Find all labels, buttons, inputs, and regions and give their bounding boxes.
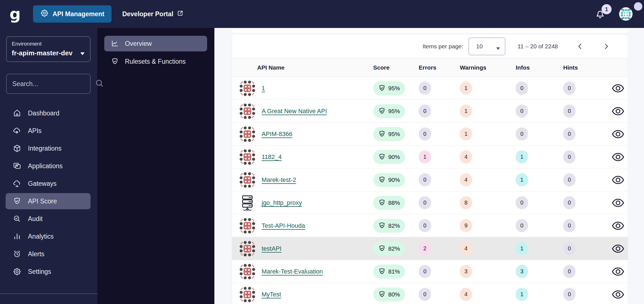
- search-input[interactable]: [12, 80, 95, 88]
- api-management-nav[interactable]: API Management: [33, 5, 112, 23]
- sidebar-item-alerts[interactable]: Alerts: [6, 246, 91, 262]
- warnings-count: 4: [460, 242, 516, 255]
- items-per-page-select[interactable]: 10: [468, 37, 505, 55]
- errors-count: 0: [419, 265, 460, 278]
- previous-page-button[interactable]: [576, 42, 584, 51]
- home-icon: [13, 109, 21, 117]
- table-row: jgo_http_proxy88%0800: [232, 191, 628, 214]
- line-chart-icon: [111, 40, 119, 48]
- subsidebar-item-rulesets-functions[interactable]: Rulesets & Functions: [104, 54, 207, 69]
- score-badge: 80%: [373, 288, 405, 301]
- api-name-link[interactable]: 1182_4: [262, 153, 282, 161]
- warnings-count: 1: [460, 82, 516, 95]
- eye-icon[interactable]: [612, 130, 624, 139]
- subsidebar-item-label: Overview: [125, 40, 152, 48]
- sidebar-item-label: API Score: [28, 198, 57, 205]
- gravitee-logo[interactable]: g: [10, 7, 20, 21]
- table-body: 195%0100A Great New Native API95%0100API…: [232, 77, 628, 304]
- warnings-count: 1: [460, 104, 516, 118]
- eye-icon[interactable]: [612, 153, 624, 162]
- app-root: g API Management Developer Portal 1 Envi…: [0, 0, 644, 304]
- score-badge: 90%: [373, 173, 405, 187]
- infos-count: 1: [516, 150, 563, 163]
- sidebar-item-applications[interactable]: Applications: [6, 158, 91, 174]
- search-check-icon: [13, 215, 21, 223]
- score-badge: 82%: [373, 219, 405, 233]
- cube-icon: [13, 144, 21, 153]
- api-name-link[interactable]: Marek-test-2: [262, 176, 296, 184]
- sidebar-item-api-score[interactable]: API Score: [6, 193, 91, 209]
- eye-icon[interactable]: [612, 175, 624, 184]
- api-name-link[interactable]: 1: [262, 85, 265, 92]
- next-page-button[interactable]: [602, 42, 610, 51]
- hints-count: 0: [563, 196, 608, 209]
- score-badge: 90%: [373, 150, 405, 164]
- eye-icon[interactable]: [612, 107, 624, 116]
- api-management-label: API Management: [53, 10, 104, 18]
- hints-count: 0: [563, 219, 608, 232]
- sidebar-item-integrations[interactable]: Integrations: [6, 140, 91, 156]
- pagination-range: 11 – 20 of 2248: [518, 43, 558, 50]
- score-badge: 95%: [373, 127, 405, 141]
- warnings-count: 4: [460, 150, 516, 163]
- table-row: MyTest80%0410: [232, 283, 628, 304]
- api-name-link[interactable]: testAPI: [262, 245, 281, 252]
- sidebar-item-label: Analytics: [28, 233, 54, 240]
- caret-down-icon: [496, 45, 500, 48]
- sidebar-item-label: Settings: [28, 268, 51, 276]
- api-name-link[interactable]: Test-API-Houda: [262, 222, 305, 229]
- infos-count: 0: [516, 104, 563, 118]
- sidebar-divider: [0, 293, 97, 294]
- sidebar-item-audit[interactable]: Audit: [6, 211, 91, 227]
- eye-icon[interactable]: [612, 290, 624, 299]
- table-row: APIM-836695%0100: [232, 123, 628, 146]
- table-header: API NameScoreErrorsWarningsInfosHints: [232, 58, 628, 77]
- subsidebar-item-overview[interactable]: Overview: [104, 36, 207, 51]
- notification-badge: 1: [602, 4, 612, 14]
- api-name-link[interactable]: MyTest: [262, 291, 281, 298]
- hints-count: 0: [563, 82, 608, 95]
- table-row: testAPI82%2410: [232, 237, 628, 260]
- developer-portal-link[interactable]: Developer Portal: [122, 10, 184, 18]
- sidebar-item-gateways[interactable]: Gateways: [6, 175, 91, 192]
- sidebar-item-apis[interactable]: APIs: [6, 123, 91, 139]
- eye-icon[interactable]: [612, 267, 624, 276]
- api-name-link[interactable]: APIM-8366: [262, 130, 292, 138]
- infos-count: 3: [516, 265, 563, 278]
- api-identicon: [239, 148, 256, 166]
- eye-icon[interactable]: [612, 221, 624, 230]
- bell-icon: [594, 15, 606, 20]
- main-content: Items per page: 10 11 – 20 of 2248 API N…: [214, 28, 644, 304]
- environment-select[interactable]: Environment fr-apim-master-dev: [6, 36, 91, 62]
- api-score-card: Items per page: 10 11 – 20 of 2248 API N…: [232, 34, 628, 304]
- sidebar-item-analytics[interactable]: Analytics: [6, 228, 91, 244]
- notifications-button[interactable]: 1: [594, 8, 606, 20]
- api-name-link[interactable]: A Great New Native API: [262, 108, 327, 115]
- developer-portal-label: Developer Portal: [122, 10, 173, 18]
- hints-count: 0: [563, 104, 608, 118]
- eye-icon[interactable]: [612, 198, 624, 207]
- secondary-sidebar: OverviewRulesets & Functions: [97, 28, 214, 304]
- caret-down-icon: [80, 51, 85, 55]
- eye-icon[interactable]: [612, 84, 624, 93]
- sidebar-item-label: Applications: [28, 162, 63, 170]
- table-row: A Great New Native API95%0100: [232, 100, 628, 123]
- api-identicon: [239, 171, 256, 189]
- sidebar-item-label: APIs: [28, 127, 42, 135]
- items-per-page-label: Items per page:: [423, 43, 463, 50]
- user-avatar[interactable]: [619, 7, 633, 21]
- eye-icon[interactable]: [612, 244, 624, 253]
- sidebar-item-settings[interactable]: Settings: [6, 263, 91, 280]
- server-icon: [239, 194, 256, 212]
- hints-count: 0: [563, 127, 608, 141]
- hints-count: 0: [563, 265, 608, 278]
- sidebar-item-dashboard[interactable]: Dashboard: [6, 105, 91, 121]
- warnings-count: 4: [460, 173, 516, 186]
- cloud-gear-icon: [13, 127, 21, 135]
- api-identicon: [239, 103, 256, 120]
- api-name-link[interactable]: jgo_http_proxy: [262, 199, 302, 206]
- column-header-hints: Hints: [563, 64, 608, 71]
- api-identicon: [239, 263, 256, 280]
- api-name-link[interactable]: Marek-Test-Evaluation: [262, 268, 323, 275]
- status-dot: [634, 2, 642, 11]
